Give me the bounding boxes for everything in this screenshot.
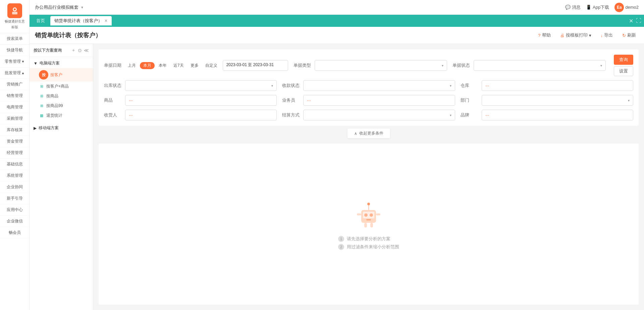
order-status-input[interactable]: ▾: [474, 60, 606, 71]
receiver-label: 收货人: [104, 112, 122, 118]
wholesale-arrow: ▲: [21, 71, 25, 75]
sidebar-item-marketing[interactable]: 营销推广: [0, 79, 29, 90]
sidebar-item-guide[interactable]: 新手引导: [0, 193, 29, 204]
date-tabs: 上月 本月 本年 近7天 更多 自定义: [125, 62, 220, 69]
date-tab-7days[interactable]: 近7天: [171, 62, 186, 69]
tab-close-icon[interactable]: ✕: [104, 18, 108, 23]
desktop-group-header[interactable]: ▼ 电脑端方案: [30, 58, 93, 68]
refresh-icon: ↻: [622, 33, 626, 38]
sidebar-item-enterprise[interactable]: 企业协同: [0, 182, 29, 193]
logo-text: 畅捷通好生意: [5, 19, 25, 24]
delivery-arrow: ▾: [271, 84, 273, 88]
sidebar-item-system[interactable]: 系统管理: [0, 170, 29, 182]
print-arrow: ▾: [589, 33, 591, 38]
settings-button[interactable]: 设置: [614, 66, 633, 76]
return-stats-label: 退货统计: [46, 113, 62, 118]
tab-close-main-icon[interactable]: ✕: [629, 18, 633, 24]
sidebar-item-apps[interactable]: 应用中心: [0, 204, 29, 216]
tree-item-by-product-99[interactable]: ⊞ 按商品99: [30, 101, 93, 111]
mobile-expand-icon: ▶: [34, 126, 37, 131]
header-title-dropdown[interactable]: ▾: [81, 5, 83, 10]
order-type-input[interactable]: ▾: [315, 60, 447, 71]
tab-home[interactable]: 首页: [32, 16, 49, 25]
messages-button[interactable]: 💬 消息: [565, 4, 581, 10]
empty-icon: [352, 198, 385, 232]
by-customer-product-label: 按客户+商品: [46, 84, 69, 89]
date-tab-this-month[interactable]: 本月: [140, 62, 155, 69]
sidebar-item-sales[interactable]: 销售管理: [0, 90, 29, 102]
main-content-area: 单据日期 上月 本月 本年 近7天 更多 自定义: [93, 44, 644, 310]
date-tab-custom[interactable]: 自定义: [203, 62, 220, 69]
by-customer-label: 按客户: [50, 72, 62, 78]
sidebar-item-ecommerce[interactable]: 电商管理: [0, 102, 29, 113]
help-button[interactable]: ? 帮助: [535, 31, 553, 40]
refresh-scheme-button[interactable]: ⊙: [78, 48, 82, 53]
sidebar-item-operations[interactable]: 经营管理: [0, 147, 29, 159]
product-input[interactable]: ···: [125, 95, 277, 106]
order-status-arrow: ▾: [600, 64, 602, 67]
tree-item-by-customer[interactable]: 按 按客户: [30, 68, 93, 82]
receiver-input[interactable]: ···: [125, 110, 277, 120]
sidebar-item-member[interactable]: 畅会员: [0, 227, 29, 239]
payment-label: 收款状态: [282, 83, 301, 89]
tab-sales-stat[interactable]: 销货单统计表（按客户） ✕: [50, 16, 112, 25]
tab-maximize-icon[interactable]: ⛶: [636, 18, 641, 24]
svg-point-5: [364, 213, 368, 217]
salesperson-input[interactable]: ···: [303, 95, 455, 106]
search-menu-item[interactable]: 搜索菜单: [0, 33, 29, 45]
search-label: 搜索菜单: [7, 36, 23, 41]
tree-item-by-product[interactable]: ⊞ 按商品: [30, 91, 93, 101]
department-input[interactable]: ▾: [482, 95, 633, 106]
payment-arrow: ▾: [450, 84, 451, 88]
collapse-label: 收起更多条件: [359, 131, 383, 136]
warehouse-input[interactable]: ···: [482, 80, 633, 91]
user-profile[interactable]: Ea demo2: [614, 3, 639, 12]
sidebar-item-finance[interactable]: 资金管理: [0, 136, 29, 147]
date-tab-this-year[interactable]: 本年: [156, 62, 169, 69]
sidebar-item-wholesale[interactable]: 批发管理 ▲: [0, 67, 29, 79]
delivery-input[interactable]: ▾: [125, 80, 277, 91]
return-stats-icon: ▦: [39, 113, 44, 118]
mobile-group-header[interactable]: ▶ 移动端方案: [30, 123, 93, 133]
sidebar-item-basic[interactable]: 基础信息: [0, 159, 29, 170]
date-tab-last-month[interactable]: 上月: [125, 62, 139, 69]
refresh-button[interactable]: ↻ 刷新: [620, 31, 639, 40]
collapse-button[interactable]: ∧ 收起更多条件: [347, 128, 390, 138]
collapse-panel-button[interactable]: ≪: [84, 48, 89, 53]
sidebar-item-inventory[interactable]: 库存核算: [0, 124, 29, 136]
date-tab-more[interactable]: 更多: [188, 62, 201, 69]
date-range-input[interactable]: 2023-03-01 至 2023-03-31: [223, 60, 288, 71]
sidebar-item-retail[interactable]: 零售管理 ▼: [0, 56, 29, 67]
print-button[interactable]: 🖨 按模板打印 ▾: [557, 31, 594, 40]
brand-input[interactable]: ···: [482, 110, 633, 120]
tree-item-by-customer-product[interactable]: ⊞ 按客户+商品: [30, 82, 93, 91]
settlement-input[interactable]: ▾: [303, 110, 455, 120]
svg-point-9: [367, 203, 370, 205]
tree-item-return-stats[interactable]: ▦ 退货统计: [30, 111, 93, 120]
logo-area: 畅捷通好生意 标版: [0, 0, 29, 33]
salesperson-dots: ···: [307, 98, 311, 103]
delivery-label: 出库状态: [104, 83, 122, 89]
warehouse-dots: ···: [485, 83, 489, 88]
app-download-button[interactable]: 📱 App下载: [586, 4, 609, 10]
wholesale-label: 批发管理: [5, 70, 21, 76]
query-button[interactable]: 查询: [614, 55, 633, 65]
empty-tip-1: 1 请先选择要分析的方案: [338, 236, 399, 242]
panel-header: 按以下方案查询 ＋ ⊙ ≪: [30, 44, 93, 57]
payment-input[interactable]: ▾: [303, 80, 455, 91]
date-range-value: 2023-03-01 至 2023-03-31: [226, 62, 274, 67]
settlement-label: 结算方式: [282, 112, 301, 118]
add-scheme-button[interactable]: ＋: [71, 47, 76, 53]
svg-rect-13: [370, 223, 373, 227]
svg-rect-1: [12, 12, 17, 14]
print-icon: 🖨: [560, 33, 565, 38]
export-button[interactable]: ↓ 导出: [598, 31, 616, 40]
header-title: 办公用品行业模拟账套: [35, 4, 78, 10]
warehouse-label: 仓库: [461, 83, 479, 89]
sidebar-item-purchase[interactable]: 采购管理: [0, 113, 29, 124]
sidebar-item-shortcuts[interactable]: 快捷导航: [0, 45, 29, 56]
filter-row-4: 收货人 ··· 结算方式 ▾: [104, 110, 633, 120]
sidebar-item-wechat[interactable]: 企业微信: [0, 216, 29, 227]
page-content: 销货单统计表（按客户） ? 帮助 🖨 按模板打印 ▾ ↓ 导出 ↻ 刷新: [30, 27, 644, 310]
product-icon: ⊞: [39, 94, 44, 99]
